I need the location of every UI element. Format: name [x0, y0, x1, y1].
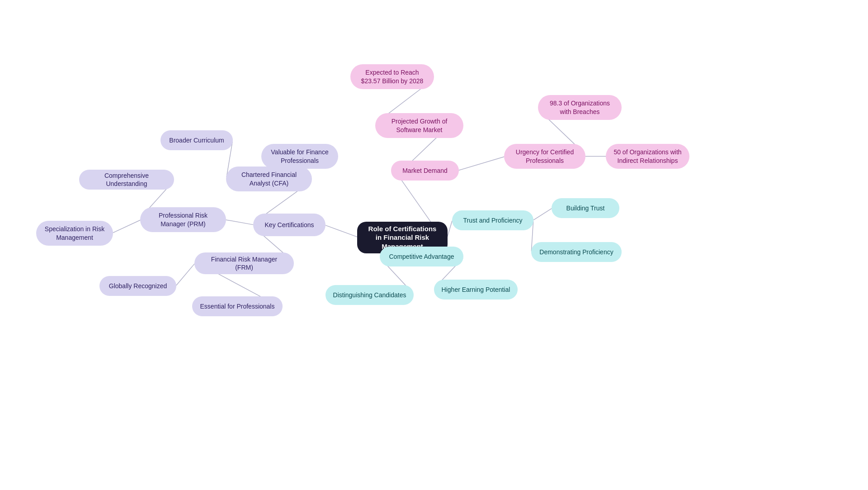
- svg-line-5: [226, 220, 253, 225]
- node-building-trust: Building Trust: [552, 198, 619, 218]
- node-competitive: Competitive Advantage: [380, 247, 463, 266]
- node-proj-growth: Projected Growth of Software Market: [375, 113, 463, 138]
- node-essential: Essential for Professionals: [192, 296, 283, 316]
- node-expected: Expected to Reach $23.57 Billion by 2028: [350, 64, 434, 89]
- svg-line-0: [326, 225, 357, 237]
- svg-line-1: [399, 177, 434, 226]
- node-broader: Broader Curriculum: [160, 130, 233, 150]
- node-higher-earning: Higher Earning Potential: [434, 280, 518, 300]
- svg-line-13: [411, 137, 437, 162]
- node-98-3: 98.3 of Organizations with Breaches: [538, 95, 622, 120]
- svg-line-10: [113, 220, 140, 233]
- svg-line-18: [533, 209, 552, 220]
- mindmap-container: Role of Certifications in Financial Risk…: [0, 0, 868, 490]
- node-key-cert: Key Certifications: [253, 214, 326, 236]
- node-globally: Globally Recognized: [99, 276, 176, 296]
- node-market-demand: Market Demand: [391, 161, 459, 181]
- node-comprehensive: Comprehensive Understanding: [79, 170, 174, 190]
- node-frm: Financial Risk Manager (FRM): [194, 252, 294, 274]
- node-distinguishing: Distinguishing Candidates: [326, 285, 414, 305]
- svg-line-11: [176, 264, 194, 285]
- node-urgency: Urgency for Certified Professionals: [504, 144, 585, 169]
- node-demonstrating: Demonstrating Proficiency: [531, 242, 622, 262]
- svg-line-2: [448, 221, 452, 237]
- svg-line-15: [459, 157, 504, 170]
- node-prm: Professional Risk Manager (PRM): [140, 207, 226, 232]
- node-50-orgs: 50 of Organizations with Indirect Relati…: [606, 144, 689, 169]
- node-cfa: Chartered Financial Analyst (CFA): [226, 167, 312, 191]
- node-trust-prof: Trust and Proficiency: [452, 210, 533, 230]
- svg-line-12: [215, 272, 264, 298]
- node-valuable: Valuable for Finance Professionals: [261, 144, 338, 169]
- node-specialization: Specialization in Risk Management: [36, 221, 113, 246]
